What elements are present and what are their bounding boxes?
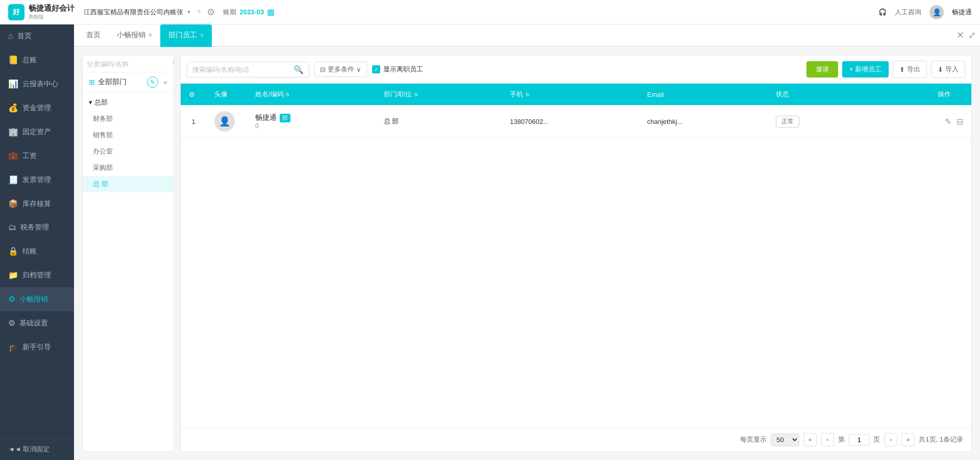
dept-node-general[interactable]: ▾ 总部 <box>83 94 174 111</box>
avatar-icon: 👤 <box>219 116 230 127</box>
tab-expense-label: 小畅报销 <box>117 31 145 40</box>
page-suffix: 页 <box>873 435 880 444</box>
emp-name-cell: 畅捷通 部 0 <box>247 105 376 138</box>
total-records: 共1页, 1条记录 <box>919 435 963 444</box>
export-button[interactable]: ⬆ 导出 <box>893 61 927 78</box>
add-employee-button[interactable]: + 新增员工 <box>842 61 889 78</box>
all-dept-header[interactable]: ⊞ 全部部门 ✎ « <box>83 72 174 92</box>
sidebar-label-archive: 归档管理 <box>22 271 51 280</box>
invite-button[interactable]: 邀请 <box>806 61 838 78</box>
collapse-icon[interactable]: « <box>163 78 167 86</box>
col-settings[interactable]: ⚙ <box>181 84 206 105</box>
dept-search-input[interactable] <box>87 60 173 68</box>
ledger-icon: 📒 <box>8 55 18 65</box>
calendar-icon[interactable]: ▦ <box>267 7 275 17</box>
dept-label-sales: 销售部 <box>93 131 113 139</box>
close-tab-icon[interactable]: ✕ <box>957 30 964 41</box>
sidebar-item-expense[interactable]: ⚙ 小畅报销 <box>0 287 74 311</box>
settings-icon[interactable]: ⚙ <box>207 7 215 18</box>
emp-search-icon[interactable]: 🔍 <box>293 65 304 74</box>
dept-node-procurement[interactable]: 采购部 <box>83 160 174 176</box>
dept-sort-icon: ⇅ <box>414 92 418 97</box>
tab-expense-close[interactable]: × <box>149 32 152 39</box>
user-avatar: 👤 <box>929 5 944 19</box>
col-name[interactable]: 姓名/编码 ⇅ <box>247 84 376 105</box>
dept-search-area: 🔍 <box>83 56 174 72</box>
sidebar-item-basic[interactable]: ⚙ 基础设置 <box>0 311 74 335</box>
table-header-row: ⚙ 头像 姓名/编码 ⇅ 部门/职位 ⇅ <box>181 84 971 105</box>
dept-label-general: ▾ 总部 <box>89 98 108 106</box>
filter-button[interactable]: ⊟ 更多条件 ∨ <box>314 62 367 77</box>
tab-dept-employee[interactable]: 部门员工 × <box>160 24 212 47</box>
status-badge: 正常 <box>776 116 799 127</box>
dept-edit-button[interactable]: ✎ <box>147 76 158 88</box>
show-resigned-checkbox[interactable]: ✓ <box>372 65 380 73</box>
sidebar-label-close: 结账 <box>22 247 37 256</box>
sidebar-item-tax[interactable]: 🗂 税务管理 <box>0 216 74 239</box>
tab-dept-close[interactable]: × <box>200 32 204 39</box>
tabs-end-actions: ✕ ⤢ <box>957 30 976 41</box>
sidebar-item-funds[interactable]: 💰 资金管理 <box>0 96 74 120</box>
sidebar-label-invoice: 发票管理 <box>22 175 51 185</box>
sidebar-item-assets[interactable]: 🏢 固定资产 <box>0 120 74 144</box>
dept-node-hq[interactable]: 总 部 <box>83 176 174 192</box>
export-label: 导出 <box>907 65 920 74</box>
maximize-icon[interactable]: ⤢ <box>968 30 976 41</box>
dept-panel: 🔍 ⊞ 全部部门 ✎ « ▾ 总部 财务部 销售部 <box>82 55 174 452</box>
emp-num: 1 <box>181 105 206 138</box>
pagination: 每页显示 50 100 200 « ‹ 第 页 › » 共1页, 1条记录 <box>181 427 971 451</box>
col-phone[interactable]: 手机 ⇅ <box>502 84 639 105</box>
support-label[interactable]: 人工咨询 <box>895 8 921 17</box>
cancel-pin-button[interactable]: ◄◄ 取消固定 <box>0 438 74 460</box>
import-button[interactable]: ⬇ 导入 <box>931 61 965 78</box>
sidebar-item-ledger[interactable]: 📒 总账 <box>0 48 74 72</box>
per-page-select[interactable]: 50 100 200 <box>771 433 799 446</box>
filter-label: 更多条件 <box>328 65 354 74</box>
sidebar-item-inventory[interactable]: 📦 库存核算 <box>0 192 74 216</box>
dept-label-office: 办公室 <box>93 147 113 155</box>
company-dropdown-arrow: ▼ <box>186 9 191 15</box>
col-name-label: 姓名/编码 <box>255 90 284 98</box>
sidebar-item-invoice[interactable]: 🧾 发票管理 <box>0 168 74 192</box>
content-area: 首页 小畅报销 × 部门员工 × ✕ ⤢ 🔍 <box>74 24 980 460</box>
dept-search-icon[interactable]: 🔍 <box>173 60 174 68</box>
guide-icon: 🎓 <box>8 342 18 352</box>
sidebar-item-reports[interactable]: 📊 云报表中心 <box>0 72 74 96</box>
sidebar-item-guide[interactable]: 🎓 新手引导 <box>0 335 74 359</box>
dept-node-sales[interactable]: 销售部 <box>83 127 174 143</box>
tab-expense[interactable]: 小畅报销 × <box>109 24 160 47</box>
tax-icon: 🗂 <box>8 223 16 232</box>
support-headset-icon: 🎧 <box>878 8 887 16</box>
col-dept[interactable]: 部门/职位 ⇅ <box>376 84 502 105</box>
last-page-button[interactable]: » <box>901 433 915 446</box>
top-bar-right: 🎧 人工咨询 👤 畅捷通 <box>878 5 972 19</box>
dept-node-finance[interactable]: 财务部 <box>83 111 174 127</box>
dept-node-office[interactable]: 办公室 <box>83 143 174 160</box>
page-input[interactable] <box>849 434 869 446</box>
emp-toolbar: 🔍 ⊟ 更多条件 ∨ ✓ 显示离职员工 邀请 + 新增员工 <box>181 56 971 84</box>
employee-panel: 🔍 ⊟ 更多条件 ∨ ✓ 显示离职员工 邀请 + 新增员工 <box>180 55 972 452</box>
sidebar-item-archive[interactable]: 📁 归档管理 <box>0 263 74 287</box>
assets-icon: 🏢 <box>8 127 18 137</box>
show-resigned-label: 显示离职员工 <box>383 65 423 74</box>
tab-dept-label: 部门员工 <box>168 31 197 40</box>
inventory-icon: 📦 <box>8 199 18 209</box>
tab-home[interactable]: 首页 <box>78 24 109 47</box>
company-selector[interactable]: 江西服宝精品有限责任公司内账张 ▼ <box>84 8 191 17</box>
sidebar-item-salary[interactable]: 💼 工资 <box>0 144 74 168</box>
page-content: 🔍 ⊞ 全部部门 ✎ « ▾ 总部 财务部 销售部 <box>74 47 980 460</box>
edit-employee-button[interactable]: ✎ <box>945 117 951 126</box>
sidebar-item-close[interactable]: 🔒 结账 <box>0 239 74 263</box>
next-page-button[interactable]: › <box>884 433 897 446</box>
tab-home-label: 首页 <box>86 31 101 40</box>
add-account-button[interactable]: + <box>197 7 202 17</box>
emp-search-input[interactable] <box>192 66 290 73</box>
prev-page-button[interactable]: ‹ <box>821 433 834 446</box>
sidebar-label-reports: 云报表中心 <box>22 80 58 89</box>
emp-name-text: 畅捷通 <box>255 113 277 122</box>
show-resigned-toggle[interactable]: ✓ 显示离职员工 <box>372 65 423 74</box>
first-page-button[interactable]: « <box>803 433 817 446</box>
sidebar-item-home[interactable]: ⌂ 首页 <box>0 24 74 48</box>
logout-employee-button[interactable]: ⊟ <box>957 117 963 126</box>
salary-icon: 💼 <box>8 151 18 161</box>
